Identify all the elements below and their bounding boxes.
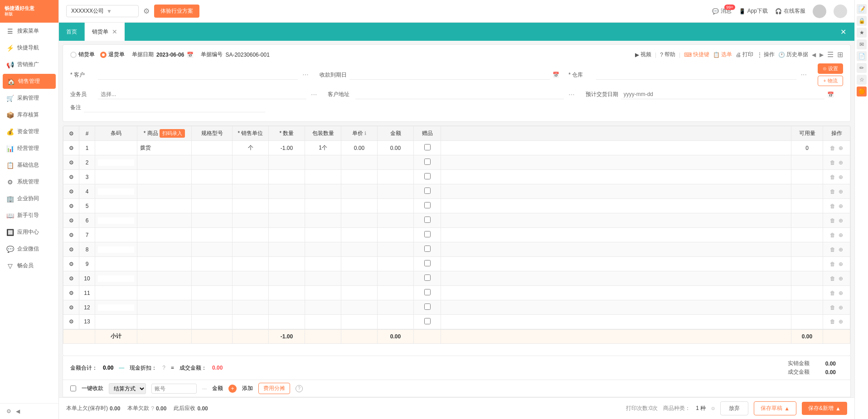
row-unit-2[interactable] (233, 155, 269, 170)
nav-prev-icon[interactable]: ◀ (812, 52, 816, 58)
row-unit-1[interactable]: 个 (233, 141, 269, 155)
row-pkg-10[interactable] (305, 271, 341, 286)
row-amount-4[interactable] (378, 184, 414, 199)
delete-icon-3[interactable]: 🗑 (830, 174, 835, 180)
message-button[interactable]: 💬 消息 99+ (712, 7, 732, 15)
row-qty-1[interactable]: -1.00 (269, 141, 305, 155)
row-ops-1[interactable]: 🗑 ⊕ (823, 141, 850, 155)
save-new-button[interactable]: 保存&新增 ▲ (802, 402, 847, 415)
row-unit-13[interactable] (233, 315, 269, 329)
row-barcode-13[interactable] (95, 315, 137, 329)
row-remark-10[interactable] (441, 271, 791, 286)
row-settings-1[interactable]: ⚙ (63, 141, 79, 155)
row-gift-7[interactable] (414, 228, 441, 242)
row-pkg-12[interactable] (305, 300, 341, 315)
row-qty-5[interactable] (269, 199, 305, 213)
row-gift-6[interactable] (414, 213, 441, 228)
delete-icon-11[interactable]: 🗑 (830, 290, 835, 296)
row-remark-8[interactable] (441, 242, 791, 257)
sidebar-item-finance[interactable]: 💰 资金管理 (0, 123, 58, 140)
row-qty-7[interactable] (269, 228, 305, 242)
delete-icon-13[interactable]: 🗑 (830, 318, 835, 325)
row-gift-5[interactable] (414, 199, 441, 213)
row-barcode-8[interactable] (95, 242, 137, 257)
row-qty-11[interactable] (269, 286, 305, 300)
sidebar-item-operations[interactable]: 📊 经营管理 (0, 140, 58, 157)
panel-btn-7[interactable]: ☆ (857, 75, 867, 85)
row-pkg-6[interactable] (305, 213, 341, 228)
sidebar-item-basic[interactable]: 📋 基础信息 (0, 157, 58, 173)
row-goods-7[interactable] (137, 228, 192, 242)
row-remark-2[interactable] (441, 155, 791, 170)
delete-icon-4[interactable]: 🗑 (830, 188, 835, 195)
row-settings-2[interactable]: ⚙ (63, 155, 79, 170)
one-click-checkbox[interactable] (70, 385, 76, 391)
row-unit-11[interactable] (233, 286, 269, 300)
sidebar-item-purchase[interactable]: 🛒 采购管理 (0, 90, 58, 106)
row-settings-9[interactable]: ⚙ (63, 257, 79, 271)
row-barcode-7[interactable] (95, 228, 137, 242)
row-spec-13[interactable] (192, 315, 233, 329)
row-price-5[interactable] (341, 199, 378, 213)
row-ops-6[interactable]: 🗑 ⊕ (823, 213, 850, 228)
row-amount-10[interactable] (378, 271, 414, 286)
save-draft-button[interactable]: 保存草稿 ▲ (754, 401, 796, 415)
row-ops-12[interactable]: 🗑 ⊕ (823, 300, 850, 315)
row-ops-11[interactable]: 🗑 ⊕ (823, 286, 850, 300)
row-remark-3[interactable] (441, 170, 791, 184)
row-unit-6[interactable] (233, 213, 269, 228)
row-barcode-3[interactable] (95, 170, 137, 184)
row-barcode-4[interactable] (95, 184, 137, 199)
delete-icon-12[interactable]: 🗑 (830, 304, 835, 311)
help-btn[interactable]: ? 帮助 (660, 51, 675, 58)
row-gift-2[interactable] (414, 155, 441, 170)
settings-gear-icon[interactable]: ⚙ (143, 7, 150, 15)
copy-icon-12[interactable]: ⊕ (839, 304, 843, 311)
copy-icon-5[interactable]: ⊕ (839, 203, 843, 209)
row-qty-13[interactable] (269, 315, 305, 329)
company-selector[interactable]: XXXXXX公司 ▼ (66, 5, 139, 17)
panel-btn-1[interactable]: 📝 (857, 4, 867, 14)
row-ops-3[interactable]: 🗑 ⊕ (823, 170, 850, 184)
row-amount-1[interactable]: 0.00 (378, 141, 414, 155)
row-amount-6[interactable] (378, 213, 414, 228)
th-settings[interactable]: ⚙ (63, 126, 79, 141)
row-gift-1[interactable] (414, 141, 441, 155)
tab-close-icon[interactable]: ✕ (112, 28, 117, 35)
row-spec-8[interactable] (192, 242, 233, 257)
sidebar-item-system[interactable]: ⚙ 系统管理 (0, 173, 58, 190)
row-gift-13[interactable] (414, 315, 441, 329)
sidebar-item-guide[interactable]: 📖 新手引导 (0, 207, 58, 224)
row-goods-11[interactable] (137, 286, 192, 300)
add-button[interactable]: + (228, 385, 237, 393)
sidebar-settings-icon[interactable]: ⚙ (6, 408, 11, 414)
row-remark-13[interactable] (441, 315, 791, 329)
row-remark-12[interactable] (441, 300, 791, 315)
customer-input[interactable] (98, 70, 298, 80)
row-goods-9[interactable] (137, 257, 192, 271)
row-goods-4[interactable] (137, 184, 192, 199)
copy-icon-2[interactable]: ⊕ (839, 159, 843, 166)
calendar-icon[interactable]: 📅 (187, 52, 194, 58)
customer-addr-input[interactable] (355, 90, 564, 99)
row-qty-12[interactable] (269, 300, 305, 315)
row-price-9[interactable] (341, 257, 378, 271)
row-pkg-13[interactable] (305, 315, 341, 329)
copy-icon-11[interactable]: ⊕ (839, 290, 843, 296)
row-pkg-11[interactable] (305, 286, 341, 300)
row-settings-7[interactable]: ⚙ (63, 228, 79, 242)
delete-icon-1[interactable]: 🗑 (830, 145, 835, 151)
copy-icon-6[interactable]: ⊕ (839, 217, 843, 224)
row-barcode-9[interactable] (95, 257, 137, 271)
row-barcode-2[interactable] (95, 155, 137, 170)
sidebar-item-apps[interactable]: 🔲 应用中心 (0, 224, 58, 241)
avatar[interactable] (813, 5, 826, 18)
addr-dots[interactable]: ··· (567, 91, 576, 99)
row-amount-2[interactable] (378, 155, 414, 170)
settings-button[interactable]: ⊙ 设置 (818, 63, 843, 74)
ops-btn[interactable]: ⋮ 操作 (757, 51, 775, 58)
row-remark-4[interactable] (441, 184, 791, 199)
row-price-2[interactable] (341, 155, 378, 170)
row-unit-3[interactable] (233, 170, 269, 184)
row-settings-12[interactable]: ⚙ (63, 300, 79, 315)
